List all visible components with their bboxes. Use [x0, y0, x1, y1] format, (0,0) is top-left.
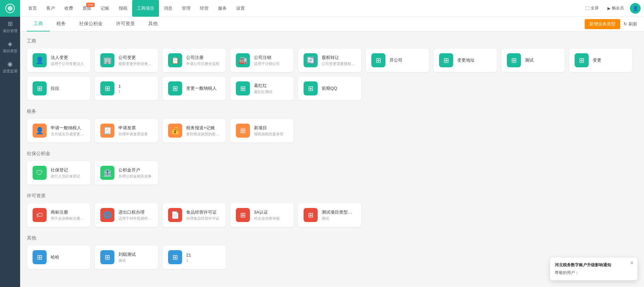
nav-settings[interactable]: 设置	[231, 0, 250, 17]
section-title-shebao2: 社保公积金	[27, 151, 637, 157]
user-avatar[interactable]: 👤	[630, 3, 641, 14]
card-icon-t2: 🧾	[100, 124, 114, 138]
service-card-c14[interactable]: ⊞前期QQ	[298, 76, 362, 100]
service-card-t2[interactable]: 🧾申请发票办理申请发票业务	[95, 119, 158, 143]
new-type-button[interactable]: 新增业务类型	[585, 19, 620, 29]
card-name-c3: 公司注册	[186, 55, 220, 61]
card-text-c9: 变更	[593, 57, 627, 63]
service-card-o2[interactable]: ⊞刘聪测试测试	[95, 245, 158, 269]
card-text-x5: 测试项目类型目定义测试	[322, 209, 356, 221]
fullscreen-icon: ⛶	[585, 6, 589, 11]
card-text-c6: 开公司	[389, 57, 424, 63]
service-card-x3[interactable]: 📄食品经营许可证办理食品经营许可证	[162, 203, 226, 227]
card-grid-xuke2: 🏷商标注册用于企业商标注册服务🌐进出口权办理适用于对外贸易经营者📄食品经营许可证…	[27, 203, 637, 227]
service-card-o1[interactable]: ⊞哈哈	[27, 245, 91, 269]
service-card-c2[interactable]: 🏢公司变更股权变更外的业务变更	[95, 48, 158, 72]
nav-service[interactable]: 服务	[213, 0, 231, 17]
nav-manage[interactable]: 管理	[177, 0, 195, 17]
card-text-c8: 测试	[525, 57, 559, 63]
service-card-c10[interactable]: ⊞拉拉	[27, 76, 91, 100]
card-name-c7: 变更地址	[457, 57, 491, 63]
card-name-c2: 公司变更	[118, 55, 153, 61]
card-name-x2: 进出口权办理	[118, 209, 153, 215]
section-shebao2: 社保公积金🛡社保登记进行人员社保登记🏦公积金开户办理公积金相关业务	[27, 151, 637, 185]
subtab-shebao[interactable]: 社保公积金	[72, 17, 109, 31]
refresh-button[interactable]: ↻ 刷新	[624, 21, 637, 27]
card-text-c2: 公司变更股权变更外的业务变更	[118, 55, 153, 66]
card-name-c9: 变更	[593, 57, 627, 63]
nav-home[interactable]: 首页	[23, 0, 42, 17]
service-card-x5[interactable]: ⊞测试项目类型目定义测试	[298, 203, 362, 227]
service-card-c5[interactable]: 🔄股权转让公司变更需要股权转让	[298, 48, 362, 72]
service-card-t4[interactable]: ⊞新项目报税加税控盘保管	[230, 119, 294, 143]
service-card-t3[interactable]: 💰税务报道+记账拿到营业执照的新公司	[162, 119, 226, 143]
card-name-s1: 社保登记	[51, 167, 85, 173]
card-desc-c1: 适用于公司变更法人	[51, 61, 85, 66]
sidebar-item-project-type[interactable]: ◈ 项目类型	[0, 37, 20, 57]
nav-tax[interactable]: 报税	[114, 0, 132, 17]
sidebar-item-progress-monitor[interactable]: ◉ 进度监测	[0, 57, 20, 77]
service-card-c8[interactable]: ⊞测试	[501, 48, 565, 72]
nav-ticket[interactable]: 票据 new	[78, 0, 96, 17]
service-card-x4[interactable]: ⊞3A认证对企业信誉评级	[230, 203, 294, 227]
service-card-o3[interactable]: ⊞211	[162, 245, 226, 269]
card-icon-x3: 📄	[168, 208, 182, 222]
card-desc-c4: 适用于注销公司	[254, 61, 288, 66]
sidebar-item-project-manage[interactable]: ⊞ 项目管理	[0, 17, 20, 37]
subtab-shuiwu[interactable]: 税务	[50, 17, 72, 31]
card-icon-c3: 📋	[168, 53, 182, 67]
card-name-t3: 税务报道+记账	[186, 125, 220, 131]
card-text-c5: 股权转让公司变更需要股权转让	[322, 55, 356, 66]
service-card-t1[interactable]: 👤申请一般纳税人当月或次月成变更完成	[27, 119, 91, 143]
service-card-c4[interactable]: 🏭公司注销适用于注销公司	[230, 48, 294, 72]
service-card-c7[interactable]: ⊞变更地址	[433, 48, 497, 72]
subtab-gongshang[interactable]: 工商	[27, 17, 50, 31]
notification-title: 河北税务数字账户升级影响通知	[555, 262, 633, 268]
card-icon-s1: 🛡	[33, 166, 47, 180]
service-card-c13[interactable]: ⊞葛红红葛红红测试	[230, 76, 294, 100]
section-other2: 其他⊞哈哈⊞刘聪测试测试⊞211	[27, 235, 637, 269]
refresh-icon: ↻	[624, 21, 627, 26]
topnav-right: ⛶ 全屏 ▶ 畅会员 👤	[583, 3, 641, 14]
member-btn[interactable]: ▶ 畅会员	[605, 4, 627, 12]
card-desc-t1: 当月或次月成变更完成	[51, 132, 85, 137]
sidebar-logo[interactable]	[0, 0, 20, 17]
section-gongshang: 工商👤法人变更适用于公司变更法人🏢公司变更股权变更外的业务变更📋公司注册申请公司…	[27, 38, 637, 100]
service-card-x1[interactable]: 🏷商标注册用于企业商标注册服务	[27, 203, 91, 227]
card-name-c8: 测试	[525, 57, 559, 63]
monitor-icon: ◉	[7, 60, 13, 68]
card-desc-c11: 1	[118, 89, 153, 93]
nav-message[interactable]: 消息	[159, 0, 177, 17]
service-card-s1[interactable]: 🛡社保登记进行人员社保登记	[27, 161, 91, 185]
fullscreen-btn[interactable]: ⛶ 全屏	[583, 4, 601, 12]
subtab-other[interactable]: 其他	[142, 17, 164, 31]
nav-operation[interactable]: 经营	[195, 0, 213, 17]
service-card-c9[interactable]: ⊞变更	[569, 48, 633, 72]
service-card-c3[interactable]: 📋公司注册申请公司注册全流程	[162, 48, 226, 72]
nav-billing[interactable]: 收费	[60, 0, 78, 17]
notification-close-button[interactable]: ✕	[630, 260, 634, 266]
card-text-t1: 申请一般纳税人当月或次月成变更完成	[51, 125, 85, 137]
card-name-c4: 公司注销	[254, 55, 288, 61]
nav-accounting[interactable]: 记账	[96, 0, 114, 17]
card-grid-shuiwu: 👤申请一般纳税人当月或次月成变更完成🧾申请发票办理申请发票业务💰税务报道+记账拿…	[27, 119, 637, 143]
service-card-c6[interactable]: ⊞开公司	[366, 48, 429, 72]
service-card-c11[interactable]: ⊞11	[95, 76, 158, 100]
card-name-c10: 拉拉	[51, 85, 85, 91]
service-card-x2[interactable]: 🌐进出口权办理适用于对外贸易经营者	[95, 203, 158, 227]
card-icon-o2: ⊞	[100, 250, 114, 264]
card-text-o2: 刘聪测试测试	[118, 252, 153, 263]
card-text-t3: 税务报道+记账拿到营业执照的新公司	[186, 125, 220, 137]
grid-icon: ⊞	[8, 20, 13, 27]
play-icon: ▶	[607, 6, 610, 11]
nav-customer[interactable]: 客户	[42, 0, 60, 17]
subtab-xuke[interactable]: 许可资质	[109, 17, 142, 31]
service-card-s2[interactable]: 🏦公积金开户办理公积金相关业务	[95, 161, 158, 185]
card-name-t1: 申请一般纳税人	[51, 125, 85, 131]
sidebar-item-label: 项目类型	[3, 49, 17, 54]
service-card-c1[interactable]: 👤法人变更适用于公司变更法人	[27, 48, 91, 72]
service-card-c12[interactable]: ⊞变更一般纳税人	[162, 76, 226, 100]
nav-bizproject[interactable]: 工商项目	[132, 0, 159, 17]
card-icon-c6: ⊞	[371, 53, 385, 67]
sub-tabs: 工商 税务 社保公积金 许可资质 其他 新增业务类型 ↻ 刷新	[20, 17, 644, 31]
